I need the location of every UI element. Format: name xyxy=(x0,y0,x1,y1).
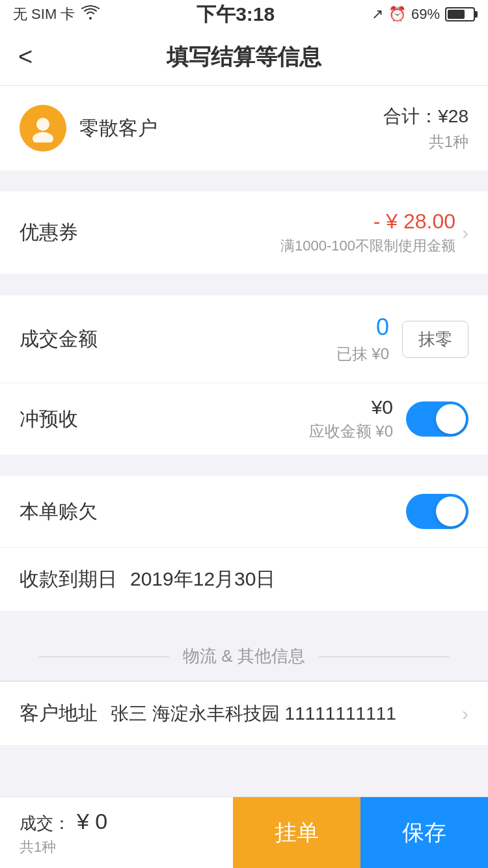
coupon-right: - ¥ 28.00 满1000-100不限制使用金额 › xyxy=(280,210,468,256)
customer-right: 合计：¥28 共1种 xyxy=(383,104,468,152)
bottom-summary-count: 共1种 xyxy=(20,837,213,857)
prepay-amount: ¥0 xyxy=(309,396,393,418)
prepay-toggle[interactable] xyxy=(406,401,468,437)
page-title: 填写结算等信息 xyxy=(167,42,321,72)
coupon-value: - ¥ 28.00 满1000-100不限制使用金额 xyxy=(280,210,455,256)
nav-bar: < 填写结算等信息 xyxy=(0,29,488,86)
deal-amount-label: 成交金额 xyxy=(20,326,98,353)
address-value: 张三 海淀永丰科技园 11111111111 xyxy=(111,701,462,726)
bottom-summary-top: 成交： ¥ 0 xyxy=(20,809,213,835)
wifi-icon xyxy=(81,5,100,23)
deal-amount-row: 成交金额 0 已抹 ¥0 抹零 xyxy=(0,295,488,383)
content-area: 零散客户 合计：¥28 共1种 优惠券 - ¥ 28.00 满1000-100不… xyxy=(0,86,488,834)
address-row[interactable]: 客户地址 张三 海淀永丰科技园 11111111111 › xyxy=(0,682,488,745)
round-button[interactable]: 抹零 xyxy=(402,321,468,358)
prepay-sub-label: 应收金额 ¥0 xyxy=(309,421,393,442)
due-date-label: 收款到期日 xyxy=(20,566,117,593)
deferred-toggle[interactable] xyxy=(406,494,468,529)
bottom-summary-label: 成交： xyxy=(20,812,70,835)
deal-prepay-section: 成交金额 0 已抹 ¥0 抹零 冲预收 ¥0 应收金额 ¥0 xyxy=(0,295,488,455)
status-bar: 无 SIM 卡 下午3:18 ↗ ⏰ 69% xyxy=(0,0,488,29)
due-date-value: 2019年12月30日 xyxy=(130,566,275,593)
deferred-label: 本单赊欠 xyxy=(20,498,98,525)
location-icon: ↗ xyxy=(372,6,383,23)
logistics-header: 物流 & 其他信息 xyxy=(0,632,488,681)
toggle-knob xyxy=(436,404,466,434)
svg-point-1 xyxy=(36,118,49,131)
deal-amount-right: 0 已抹 ¥0 抹零 xyxy=(336,314,468,364)
bottom-summary: 成交： ¥ 0 共1种 xyxy=(0,809,233,857)
coupon-desc: 满1000-100不限制使用金额 xyxy=(280,236,455,256)
due-date-row: 收款到期日 2019年12月30日 xyxy=(0,547,488,611)
battery-icon xyxy=(445,7,475,21)
customer-total: 合计：¥28 xyxy=(383,104,468,129)
coupon-chevron-icon: › xyxy=(462,222,468,244)
status-time: 下午3:18 xyxy=(197,1,275,28)
prepay-right: ¥0 应收金额 ¥0 xyxy=(309,396,468,442)
deferred-row: 本单赊欠 xyxy=(0,476,488,547)
customer-name: 零散客户 xyxy=(79,115,157,142)
deal-amount-value: 0 xyxy=(336,314,389,341)
deferred-toggle-knob xyxy=(436,496,466,526)
battery-percent: 69% xyxy=(411,6,440,23)
prepay-value-wrap: ¥0 应收金额 ¥0 xyxy=(309,396,393,442)
customer-row: 零散客户 合计：¥28 共1种 xyxy=(0,86,488,170)
svg-point-0 xyxy=(89,17,92,20)
coupon-row[interactable]: 优惠券 - ¥ 28.00 满1000-100不限制使用金额 › xyxy=(0,191,488,275)
coupon-amount: - ¥ 28.00 xyxy=(280,210,455,234)
back-button[interactable]: < xyxy=(18,43,33,71)
coupon-section[interactable]: 优惠券 - ¥ 28.00 满1000-100不限制使用金额 › xyxy=(0,191,488,275)
avatar xyxy=(20,105,66,152)
prepay-label: 冲预收 xyxy=(20,406,78,433)
bottom-bar: 成交： ¥ 0 共1种 挂单 保存 xyxy=(0,796,488,868)
customer-left: 零散客户 xyxy=(20,105,157,152)
coupon-label: 优惠券 xyxy=(20,219,78,246)
save-button[interactable]: 保存 xyxy=(360,797,488,869)
customer-count: 共1种 xyxy=(383,131,468,152)
deferred-section: 本单赊欠 收款到期日 2019年12月30日 xyxy=(0,476,488,611)
deal-amount-value-wrap: 0 已抹 ¥0 xyxy=(336,314,389,364)
address-section[interactable]: 客户地址 张三 海淀永丰科技园 11111111111 › xyxy=(0,682,488,745)
address-label: 客户地址 xyxy=(20,700,98,727)
address-chevron-icon: › xyxy=(462,703,468,725)
status-right: ↗ ⏰ 69% xyxy=(372,6,475,23)
section-separator-3 xyxy=(0,465,488,476)
logistics-header-text: 物流 & 其他信息 xyxy=(170,646,318,666)
status-left: 无 SIM 卡 xyxy=(13,5,100,24)
alarm-icon: ⏰ xyxy=(388,6,406,23)
no-sim-label: 无 SIM 卡 xyxy=(13,5,75,24)
pending-button[interactable]: 挂单 xyxy=(233,797,360,869)
svg-point-2 xyxy=(33,132,53,142)
section-separator-1 xyxy=(0,181,488,191)
deal-amount-zero-label: 已抹 ¥0 xyxy=(336,344,389,364)
bottom-summary-amount: ¥ 0 xyxy=(77,809,107,834)
section-separator-4 xyxy=(0,621,488,632)
section-separator-2 xyxy=(0,285,488,295)
prepay-row: 冲预收 ¥0 应收金额 ¥0 xyxy=(0,383,488,455)
customer-section: 零散客户 合计：¥28 共1种 xyxy=(0,86,488,170)
